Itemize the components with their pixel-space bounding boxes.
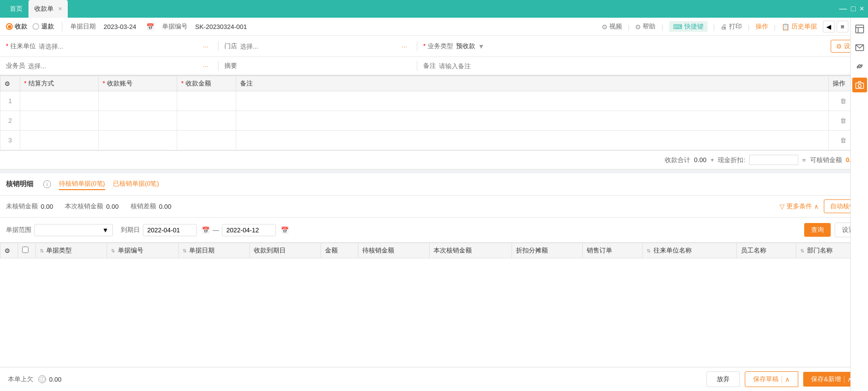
range-filter-select[interactable]: ▼ — [34, 224, 113, 236]
bottom-table-container: ⚙ ⇅ 单据类型 ⇅ 单据编号 — [0, 243, 868, 258]
amount-cell-3[interactable] — [177, 131, 236, 150]
sidebar-table-icon[interactable] — [852, 22, 867, 36]
main-area: 收款 退款 单据日期 2023-03-24 📅 单据编号 SK-20230324… — [0, 18, 868, 391]
shortcut-btn[interactable]: ⌨ 快捷键 — [669, 21, 707, 32]
footer-balance-info: 本单上欠 ⓘ 0.00 — [8, 375, 61, 384]
refund-radio[interactable]: 退款 — [32, 22, 54, 31]
operation-btn[interactable]: 操作 — [756, 22, 768, 31]
query-label: 查询 — [811, 226, 824, 233]
remarks-input[interactable] — [439, 62, 862, 70]
history-btn[interactable]: 📋 历史单据 — [782, 22, 817, 31]
partner-more-icon[interactable]: ··· — [199, 43, 212, 50]
remarks-cell-3[interactable] — [236, 131, 829, 150]
history-icon: 📋 — [782, 23, 789, 30]
sidebar-camera-icon[interactable] — [852, 78, 867, 92]
toolbar-divider-1 — [62, 22, 62, 31]
table-row: 2 🗑 ⊕ — [0, 111, 868, 131]
amount-col-bottom: 金额 — [321, 243, 358, 258]
partner-input[interactable] — [39, 43, 196, 50]
balance-value: 0.00 — [49, 376, 61, 383]
abandon-label: 放弃 — [717, 375, 730, 383]
current-verify-item: 本次核销金额 0.00 — [65, 202, 118, 211]
payment-method-cell-1[interactable] — [20, 91, 99, 111]
field-sep-3 — [218, 61, 218, 71]
toolbar-right: ⊙ 视频 | ⊙ 帮助 | ⌨ 快捷键 | 🖨 打印 | — [602, 21, 862, 32]
store-input[interactable] — [240, 43, 395, 50]
date-to-calendar-icon[interactable]: 📅 — [281, 226, 289, 234]
verifiable-label: 可核销金额 — [810, 156, 842, 165]
sales-order-col: 销售订单 — [583, 243, 643, 258]
date-from-input[interactable] — [143, 224, 197, 236]
sidebar-link-icon[interactable] — [852, 59, 867, 74]
diff-label: 核销差额 — [131, 202, 156, 211]
settings-col-header[interactable]: ⚙ — [0, 76, 20, 91]
doc-area: 收款 退款 单据日期 2023-03-24 📅 单据编号 SK-20230324… — [0, 18, 868, 169]
calendar-icon[interactable]: 📅 — [146, 23, 154, 30]
balance-info-icon[interactable]: ⓘ — [38, 375, 46, 383]
minimize-icon[interactable]: — — [839, 4, 847, 13]
video-btn[interactable]: ⊙ 视频 — [602, 22, 622, 31]
maximize-icon[interactable]: □ — [851, 4, 856, 13]
prev-view-icon[interactable]: ◀ — [823, 21, 835, 32]
print-btn[interactable]: 🖨 打印 — [721, 22, 742, 31]
operation-label: 操作 — [756, 22, 768, 31]
checkbox-col[interactable] — [18, 243, 36, 258]
top-nav: 首页 收款单 × — □ × — [0, 0, 868, 18]
business-type-label: * 业务类型 — [423, 42, 453, 51]
date-filter-field: 到期日 📅 — 📅 — [121, 224, 289, 236]
cash-discount-input[interactable] — [749, 155, 798, 165]
bottom-settings-col[interactable]: ⚙ — [0, 243, 18, 258]
more-conditions-btn[interactable]: ▽ 更多条件 ∧ — [780, 202, 819, 211]
video-label: 视频 — [609, 22, 622, 31]
receipt-radio[interactable]: 收款 — [6, 22, 27, 31]
field-sep-4 — [417, 61, 417, 71]
payment-method-cell-3[interactable] — [20, 131, 99, 150]
pending-tab[interactable]: 待核销单据(0笔) — [59, 178, 105, 190]
form-row-1: * 往来单位 ··· 门店 ··· * 业务类型 预收款 — [0, 36, 868, 57]
delete-row-1-icon[interactable]: 🗑 — [839, 97, 848, 105]
remarks-cell-1[interactable] — [236, 91, 829, 111]
save-draft-btn[interactable]: 保存草稿 ∧ — [745, 371, 798, 387]
delete-row-2-icon[interactable]: 🗑 — [839, 117, 848, 124]
tab-receipt[interactable]: 收款单 × — [28, 0, 68, 18]
date-to-input[interactable] — [222, 224, 276, 236]
sidebar-email-icon[interactable] — [852, 40, 867, 55]
chevron-up-icon: ∧ — [814, 203, 819, 210]
query-btn[interactable]: 查询 — [804, 223, 831, 237]
help-btn[interactable]: ⊙ 帮助 — [635, 22, 655, 31]
unverified-value: 0.00 — [41, 203, 53, 210]
refund-radio-label: 退款 — [41, 22, 54, 31]
list-view-icon[interactable]: ≡ — [837, 21, 848, 32]
close-tab-icon[interactable]: × — [58, 5, 62, 12]
account-cell-1[interactable] — [99, 91, 177, 111]
completed-tab[interactable]: 已核销单据(0笔) — [113, 178, 159, 190]
receipt-radio-label: 收款 — [15, 22, 27, 31]
amount-cell-1[interactable] — [177, 91, 236, 111]
date-from-calendar-icon[interactable]: 📅 — [202, 226, 210, 234]
info-icon[interactable]: i — [43, 180, 51, 188]
tab-home[interactable]: 首页 — [4, 0, 28, 18]
remarks-cell-2[interactable] — [236, 111, 829, 131]
summary-label: 摘要 — [224, 61, 237, 70]
business-type-select[interactable]: 预收款 ▼ — [456, 42, 485, 51]
due-date-col: 收款到期日 — [250, 243, 321, 258]
staff-more-icon[interactable]: ··· — [199, 62, 212, 70]
delete-row-3-icon[interactable]: 🗑 — [839, 137, 848, 144]
field-sep-2 — [417, 41, 417, 51]
account-cell-2[interactable] — [99, 111, 177, 131]
payment-method-cell-2[interactable] — [20, 111, 99, 131]
abandon-btn[interactable]: 放弃 — [706, 371, 740, 387]
staff-name-col: 员工名称 — [736, 243, 796, 258]
account-cell-3[interactable] — [99, 131, 177, 150]
print-label: 打印 — [729, 22, 742, 31]
doc-date-col: ⇅ 单据日期 — [178, 243, 249, 258]
amount-cell-2[interactable] — [177, 111, 236, 131]
staff-input[interactable] — [28, 62, 196, 70]
summary-input[interactable] — [240, 62, 411, 70]
current-amount-col: 本次核销金额 — [429, 243, 512, 258]
row-num-1: 1 — [0, 91, 20, 111]
home-tab-label: 首页 — [10, 5, 23, 12]
close-window-icon[interactable]: × — [860, 4, 864, 13]
store-more-icon[interactable]: ··· — [398, 43, 411, 50]
select-all-checkbox[interactable] — [22, 247, 28, 253]
